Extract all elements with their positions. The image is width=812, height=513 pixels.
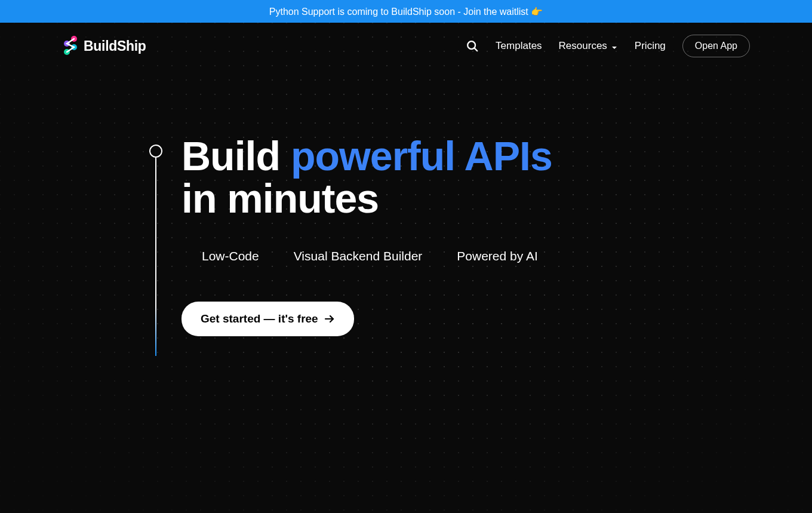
announcement-banner[interactable]: Python Support is coming to BuildShip so… (0, 0, 812, 23)
search-icon[interactable] (466, 39, 479, 53)
nav-pricing[interactable]: Pricing (635, 40, 666, 52)
get-started-button[interactable]: Get started — it's free (182, 302, 354, 336)
chevron-down-icon (611, 42, 618, 50)
logo[interactable]: BuildShip (62, 35, 146, 57)
nav-templates-label: Templates (496, 40, 542, 52)
hero-tag-lowcode: Low-Code (202, 249, 259, 263)
hero-title-accent: powerful APIs (291, 133, 552, 179)
banner-text: Python Support is coming to BuildShip so… (269, 6, 543, 17)
hero-title-suffix: in minutes (182, 177, 812, 220)
nav-resources-label: Resources (559, 40, 607, 52)
hero-content: Build powerful APIs in minutes Low-Code … (143, 135, 812, 336)
open-app-label: Open App (695, 41, 737, 51)
logo-icon (62, 35, 79, 57)
nav-resources[interactable]: Resources (559, 40, 618, 52)
hero-tag-ai: Powered by AI (457, 249, 537, 263)
site-header: BuildShip Templates Resources Pricing Op… (0, 23, 812, 69)
arrow-right-icon (324, 314, 335, 324)
hero-section: Build powerful APIs in minutes Low-Code … (0, 69, 812, 336)
nav-templates[interactable]: Templates (496, 40, 542, 52)
hero-title-prefix: Build (182, 133, 280, 179)
hero-tags: Low-Code Visual Backend Builder Powered … (182, 249, 812, 263)
hero-title: Build powerful APIs in minutes (182, 135, 812, 220)
logo-text: BuildShip (84, 38, 146, 54)
main-nav: Templates Resources Pricing Open App (466, 35, 750, 57)
svg-line-5 (475, 48, 478, 51)
cta-label: Get started — it's free (201, 312, 318, 325)
open-app-button[interactable]: Open App (682, 35, 750, 57)
nav-pricing-label: Pricing (635, 40, 666, 52)
hero-tag-visual: Visual Backend Builder (294, 249, 423, 263)
